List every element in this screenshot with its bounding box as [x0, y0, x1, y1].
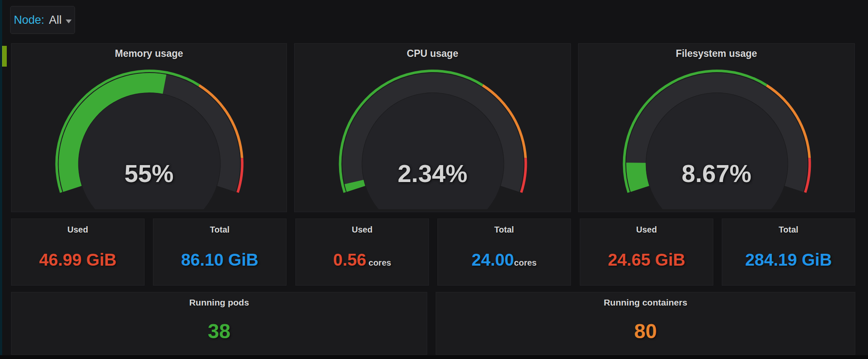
stat-value-wrap: 24.65 GiB: [580, 235, 713, 285]
stat-value: 24.65 GiB: [608, 250, 685, 269]
gauge-value: 8.67%: [579, 159, 854, 188]
gauge-value: 2.34%: [295, 159, 570, 188]
stat-number: 46.99 GiB: [39, 250, 116, 269]
stat-number: 0.56: [333, 250, 366, 269]
panel-title[interactable]: Total: [153, 219, 286, 235]
stat-number: 24.00: [472, 250, 514, 269]
stat-number: 86.10 GiB: [181, 250, 258, 269]
stat-suffix: cores: [514, 258, 537, 268]
panel-running-containers: Running containers 80: [436, 292, 855, 355]
panel-title[interactable]: Used: [580, 219, 713, 235]
node-variable-label: Node:: [14, 14, 44, 27]
panel-title[interactable]: Memory usage: [11, 44, 287, 59]
stat-value: 24.00 cores: [472, 250, 537, 269]
node-variable-dropdown[interactable]: Node: All: [10, 6, 75, 34]
panel-title[interactable]: Total: [722, 219, 855, 235]
panel-filesystem-total: Total 284.19 GiB: [722, 219, 855, 286]
panel-title[interactable]: CPU usage: [295, 44, 570, 59]
panel-title[interactable]: Filesystem usage: [579, 44, 854, 59]
panel-cpu-used: Used 0.56 cores: [295, 219, 429, 286]
row-collapse-handle[interactable]: [2, 46, 7, 67]
counter-value-wrap: 80: [436, 308, 855, 354]
stat-number: 24.65 GiB: [608, 250, 685, 269]
stat-value: 46.99 GiB: [39, 250, 116, 269]
panel-filesystem-used: Used 24.65 GiB: [580, 219, 713, 286]
panel-memory-total: Total 86.10 GiB: [153, 219, 287, 286]
stat-value-wrap: 284.19 GiB: [722, 235, 855, 285]
panel-title[interactable]: Used: [296, 219, 428, 235]
panel-memory-usage: Memory usage 55%: [11, 43, 287, 212]
counter-value: 38: [208, 320, 230, 343]
panel-cpu-total: Total 24.00 cores: [437, 219, 571, 286]
panel-running-pods: Running pods 38: [11, 292, 427, 355]
stat-number: 284.19 GiB: [745, 250, 832, 269]
panel-title[interactable]: Running containers: [436, 292, 855, 308]
panel-filesystem-usage: Filesystem usage 8.67%: [578, 43, 855, 212]
panel-memory-used: Used 46.99 GiB: [11, 219, 145, 286]
panel-title[interactable]: Total: [438, 219, 570, 235]
node-variable-value[interactable]: All: [49, 14, 72, 27]
panel-cpu-usage: CPU usage 2.34%: [294, 43, 571, 212]
panel-title[interactable]: Running pods: [11, 292, 427, 308]
stat-value-wrap: 86.10 GiB: [153, 235, 286, 285]
panel-title[interactable]: Used: [11, 219, 144, 235]
bottom-bar: [0, 355, 868, 359]
stat-value-wrap: 0.56 cores: [296, 235, 428, 285]
counter-value: 80: [634, 320, 657, 343]
node-variable-selected: All: [49, 14, 62, 27]
stat-value: 86.10 GiB: [181, 250, 258, 269]
stat-value: 0.56 cores: [333, 250, 391, 269]
stat-value-wrap: 46.99 GiB: [11, 235, 144, 285]
stat-value: 284.19 GiB: [745, 250, 832, 269]
stat-suffix: cores: [366, 258, 391, 268]
counter-value-wrap: 38: [11, 308, 427, 354]
stat-value-wrap: 24.00 cores: [438, 235, 570, 285]
gauge-value: 55%: [11, 159, 287, 188]
chevron-down-icon: [66, 20, 72, 23]
